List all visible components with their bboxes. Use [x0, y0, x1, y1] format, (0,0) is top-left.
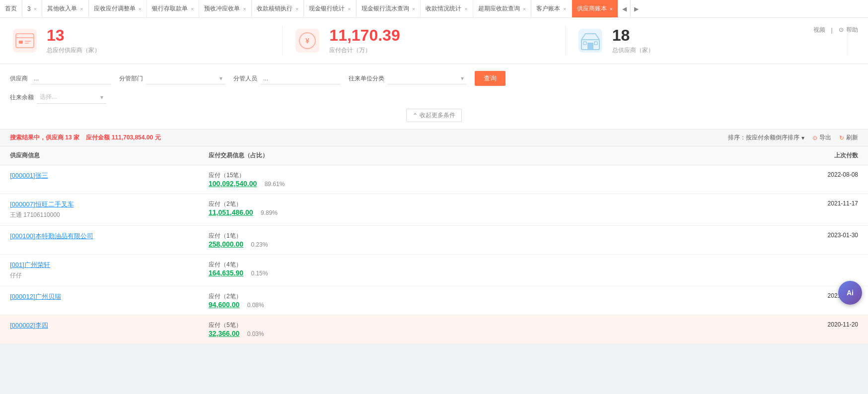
- category-select-arrow: ▾: [461, 75, 464, 82]
- nav-tab-income-label: 其他收入单: [47, 4, 77, 13]
- supplier-name-3[interactable]: [000100]本特勤油品有限公司: [10, 232, 209, 241]
- help-icon: ⊙: [839, 26, 844, 33]
- balance-filter-select[interactable]: 选择... ▾: [37, 91, 106, 104]
- tx-amount-5[interactable]: 94,600.00: [209, 301, 239, 309]
- nav-tab-collection[interactable]: 收款核销执行 ×: [252, 0, 304, 18]
- person-filter-label: 分管人员: [233, 74, 257, 83]
- tx-percent-4: 0.15%: [251, 270, 268, 277]
- nav-tab-overdue-label: 超期应收款查询: [478, 4, 520, 13]
- supplier-name-2[interactable]: [000007]恒旺二手叉车: [10, 200, 209, 209]
- nav-tab-prepay-close[interactable]: ×: [243, 6, 246, 12]
- tx-percent-2: 9.89%: [261, 209, 278, 216]
- nav-tab-supplier-label: 供应商账本: [577, 4, 607, 13]
- nav-tab-customer-close[interactable]: ×: [563, 6, 566, 12]
- supplier-info-5: [000012]广州贝瑞: [10, 292, 209, 301]
- payable-total-number: 11,170.39: [329, 27, 400, 44]
- refresh-button[interactable]: ↻ 刷新: [839, 133, 858, 142]
- nav-tab-cashstat[interactable]: 现金银行统计 ×: [304, 0, 356, 18]
- header-card-total-suppliers: 18 总供应商（家）: [576, 26, 848, 56]
- nav-tab-overdue[interactable]: 超期应收款查询 ×: [473, 0, 531, 18]
- supplier-name-6[interactable]: [000002]李四: [10, 321, 209, 330]
- supplier-filter-input[interactable]: [31, 73, 111, 84]
- nav-tab-supplier[interactable]: 供应商账本 ×: [572, 0, 618, 18]
- supplier-name-4[interactable]: [001]广州荣轩: [10, 261, 209, 269]
- help-label: 帮助: [846, 26, 858, 33]
- nav-tab-cashstat-label: 现金银行统计: [309, 4, 345, 13]
- tx-amount-2[interactable]: 11,051,486.00: [209, 208, 253, 216]
- tx-amount-4[interactable]: 164,635.90: [209, 269, 243, 277]
- col-header-last-payment: 上次付数: [759, 151, 858, 160]
- results-count-unit: 家: [73, 134, 79, 141]
- card-icon-total: ¥: [292, 26, 322, 56]
- tx-percent-1: 89.61%: [265, 181, 285, 188]
- nav-tab-3-close[interactable]: ×: [34, 6, 37, 12]
- table-row: [000002]李四 应付（5笔） 32,366.00 0.03% 2020-1…: [0, 315, 868, 344]
- supplier-name-1[interactable]: [000001]张三: [10, 171, 209, 180]
- nav-next-button[interactable]: ▶: [630, 0, 642, 18]
- svg-rect-11: [587, 43, 593, 50]
- dept-select-arrow: ▾: [219, 75, 222, 82]
- table-row: [000007]恒旺二手叉车 王通 17106110000 应付（2笔） 11,…: [0, 194, 868, 226]
- transaction-detail-6: 应付（5笔） 32,366.00 0.03%: [209, 321, 759, 337]
- nav-prev-button[interactable]: ◀: [618, 0, 630, 18]
- balance-select-arrow: ▾: [100, 94, 103, 101]
- nav-tab-income-close[interactable]: ×: [80, 6, 83, 12]
- supplier-info-6: [000002]李四: [10, 321, 209, 330]
- dept-filter-select[interactable]: ▾: [146, 73, 225, 84]
- transaction-detail-2: 应付（2笔） 11,051,486.00 9.89%: [209, 200, 759, 216]
- collapse-button[interactable]: ⌃ 收起更多条件: [406, 109, 462, 122]
- header-cards: 13 总应付供应商（家） ¥ 11,170.39 应付合计（万）: [0, 18, 868, 64]
- nav-tab-cashflow-label: 现金银行流水查询: [362, 4, 409, 13]
- video-link[interactable]: 视频: [813, 26, 825, 34]
- refresh-icon: ↻: [839, 134, 844, 141]
- nav-tab-bank-close[interactable]: ×: [191, 6, 194, 12]
- ai-fab-button[interactable]: Ai: [838, 281, 862, 305]
- svg-rect-5: [25, 43, 29, 44]
- svg-rect-3: [19, 41, 23, 44]
- person-filter-input[interactable]: [260, 73, 341, 84]
- nav-tab-cashflow[interactable]: 现金银行流水查询 ×: [357, 0, 421, 18]
- card-info-total: 11,170.39 应付合计（万）: [329, 27, 400, 55]
- data-table: 供应商信息 应付交易信息（占比） 上次付数 [000001]张三 应付（15笔）…: [0, 146, 868, 344]
- results-amount: 111,703,854.00: [112, 134, 153, 141]
- help-link[interactable]: ⊙ 帮助: [839, 26, 858, 34]
- balance-select-value: 选择...: [40, 93, 57, 101]
- nav-tab-adjust[interactable]: 应收应付调整单 ×: [89, 0, 147, 18]
- nav-tab-cashflow-close[interactable]: ×: [412, 6, 415, 12]
- nav-tab-paystat-close[interactable]: ×: [464, 6, 467, 12]
- category-filter-select[interactable]: ▾: [387, 73, 467, 84]
- nav-tab-overdue-close[interactable]: ×: [523, 6, 526, 12]
- nav-tab-bank[interactable]: 银行存取款单 ×: [147, 0, 199, 18]
- table-row: [000012]广州贝瑞 应付（2笔） 94,600.00 0.08% 2021…: [0, 286, 868, 315]
- tx-percent-3: 0.23%: [251, 241, 268, 248]
- nav-tab-collection-close[interactable]: ×: [295, 6, 298, 12]
- supplier-info-3: [000100]本特勤油品有限公司: [10, 232, 209, 241]
- nav-tab-home[interactable]: 首页: [0, 0, 22, 18]
- nav-tab-cashstat-close[interactable]: ×: [348, 6, 351, 12]
- nav-tab-customer[interactable]: 客户账本 ×: [531, 0, 572, 18]
- results-actions: 排序：按应付余额倒序排序 ▾ ⊙ 导出 ↻ 刷新: [728, 133, 858, 142]
- transaction-detail-5: 应付（2笔） 94,600.00 0.08%: [209, 292, 759, 309]
- payable-suppliers-number: 13: [47, 27, 100, 44]
- nav-tab-supplier-close[interactable]: ×: [610, 6, 613, 12]
- supplier-name-5[interactable]: [000012]广州贝瑞: [10, 292, 209, 301]
- nav-tab-adjust-close[interactable]: ×: [139, 6, 142, 12]
- nav-tab-customer-label: 客户账本: [536, 4, 560, 13]
- tx-amount-6[interactable]: 32,366.00: [209, 329, 239, 337]
- tx-amount-3[interactable]: 258,000.00: [209, 240, 243, 248]
- ai-fab-label: Ai: [847, 289, 854, 297]
- tx-amount-1[interactable]: 100,092,540.00: [209, 180, 257, 188]
- nav-tab-home-label: 首页: [5, 4, 17, 13]
- payable-suppliers-label: 总应付供应商（家）: [47, 46, 100, 55]
- nav-tab-prepay[interactable]: 预收冲应收单 ×: [199, 0, 251, 18]
- sort-button[interactable]: 排序：按应付余额倒序排序 ▾: [728, 133, 804, 142]
- nav-tab-3[interactable]: 3 ×: [22, 0, 42, 18]
- last-payment-2: 2021-11-17: [759, 200, 858, 207]
- nav-tab-income[interactable]: 其他收入单 ×: [42, 0, 88, 18]
- header-help: 视频 | ⊙ 帮助: [813, 26, 858, 34]
- transaction-detail-4: 应付（4笔） 164,635.90 0.15%: [209, 261, 759, 277]
- nav-tab-adjust-label: 应收应付调整单: [94, 4, 136, 13]
- export-button[interactable]: ⊙ 导出: [812, 133, 831, 142]
- query-button[interactable]: 查询: [475, 71, 506, 86]
- nav-tab-paystat[interactable]: 收款情况统计 ×: [421, 0, 473, 18]
